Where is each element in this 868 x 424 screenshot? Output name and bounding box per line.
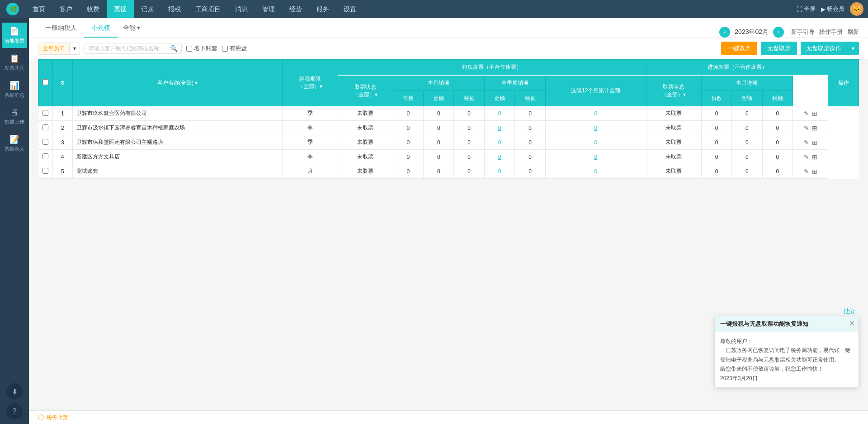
no-disk-ops-dropdown-btn[interactable]: ▾: [847, 42, 859, 55]
nav-manage[interactable]: 管理: [255, 0, 282, 18]
sidebar-item-invoice-entry[interactable]: 📝 票据录入: [2, 131, 27, 156]
row-view-icon[interactable]: ⊞: [812, 153, 817, 161]
notification-close-btn[interactable]: ✕: [849, 319, 855, 328]
tax-disk-checkbox-input[interactable]: [222, 46, 228, 52]
row-index: 3: [53, 135, 73, 150]
th-tax-period: 纳税期限（全部）▾: [283, 60, 338, 106]
avatar[interactable]: 🐱: [850, 2, 863, 16]
row-view-icon[interactable]: ⊞: [812, 124, 817, 132]
vip-btn[interactable]: ▶ 畅会员: [821, 5, 844, 13]
sidebar-item-scan-upload[interactable]: 🖨 扫描上传: [2, 104, 27, 129]
row-checkbox-1[interactable]: [42, 124, 48, 130]
th-settings[interactable]: ⚙: [53, 60, 73, 106]
tax-policy-link[interactable]: 税务政策: [47, 414, 68, 421]
row-checkbox-0[interactable]: [42, 110, 48, 116]
nav-settings[interactable]: 设置: [336, 0, 363, 18]
row-checkbox-4[interactable]: [42, 168, 48, 174]
select-all-checkbox[interactable]: [42, 79, 48, 85]
row-out-month-tax: 0: [454, 150, 484, 164]
row-out-month-tax: 0: [454, 121, 484, 135]
table-row: 2 卫辉市汲水镇下园湾睿睿育苗木种植家庭农场 季 未取票 0 0 0 0 0 0…: [38, 121, 859, 135]
row-out-month-tax: 0: [454, 164, 484, 179]
manual-btn[interactable]: 操作手册: [819, 28, 843, 36]
sidebar: 📄 智能取票 📋 发票开具 📊 票据汇总 🖨 扫描上传 📝 票据录入 ⬇ ?: [0, 18, 29, 424]
row-out-month-count: 0: [393, 164, 423, 179]
nav-bookkeeping[interactable]: 记账: [134, 0, 161, 18]
row-edit-icon[interactable]: ✎: [804, 153, 809, 161]
nav-home[interactable]: 首页: [25, 0, 52, 18]
nav-tax[interactable]: 报税: [161, 0, 188, 18]
row-edit-icon[interactable]: ✎: [804, 139, 809, 146]
row-out-month-amount: 0: [424, 106, 454, 121]
tax-disk-filter-checkbox[interactable]: 有税盘: [222, 44, 247, 52]
row-in-month-amount: 0: [732, 106, 762, 121]
tab-all[interactable]: 全能 ▾: [118, 18, 146, 38]
row-checkbox-2[interactable]: [42, 139, 48, 145]
tab-general-taxpayer[interactable]: 一般纳税人: [38, 18, 84, 38]
row-view-icon[interactable]: ⊞: [812, 168, 817, 175]
sidebar-help-btn[interactable]: ?: [6, 403, 23, 419]
row-view-icon[interactable]: ⊞: [812, 110, 817, 117]
th-sales-month-amount: 金额: [424, 91, 454, 106]
search-box: 🔍: [85, 43, 182, 54]
row-check[interactable]: [38, 150, 53, 164]
fullscreen-icon: ⛶: [797, 6, 802, 13]
employee-filter[interactable]: 全部员工 ▾: [38, 43, 80, 55]
row-check[interactable]: [38, 121, 53, 135]
th-sales-month-count: 份数: [393, 91, 423, 106]
table-row: 1 卫辉市玖玖健合医药有限公司 季 未取票 0 0 0 0 0 0 未取票 0 …: [38, 106, 859, 121]
account-filter-checkbox[interactable]: 名下账套: [186, 44, 217, 52]
row-in-month-tax: 0: [762, 150, 793, 164]
row-edit-icon[interactable]: ✎: [804, 110, 809, 117]
row-out-month-count: 0: [393, 121, 423, 135]
row-index: 2: [53, 121, 73, 135]
nav-service[interactable]: 服务: [309, 0, 336, 18]
row-actions: ✎ ⊞: [793, 135, 828, 150]
row-out-month-tax: 0: [454, 135, 484, 150]
row-check[interactable]: [38, 106, 53, 121]
new-guide-btn[interactable]: 新手引导: [791, 28, 815, 36]
fullscreen-btn[interactable]: ⛶ 全屏: [797, 5, 816, 13]
date-prev-btn[interactable]: ‹: [719, 27, 730, 38]
row-check[interactable]: [38, 135, 53, 150]
toolbar: 全部员工 ▾ 🔍 名下账套 有税盘 一键取票 无盘取票 无: [29, 38, 868, 59]
account-checkbox-input[interactable]: [186, 46, 192, 52]
th-operation: 操作: [828, 60, 859, 106]
top-nav: 🌿 首页 客户 收费 票据 记账 报税 工商项目 消息 管理 经营 服务 设置 …: [0, 0, 868, 18]
th-sales-month-tax: 税额: [454, 91, 484, 106]
one-key-fetch-btn[interactable]: 一键取票: [721, 42, 757, 55]
bottom-bar: ⓘ 税务政策: [29, 410, 868, 424]
row-checkbox-3[interactable]: [42, 153, 48, 159]
nav-business[interactable]: 工商项目: [188, 0, 228, 18]
nav-message[interactable]: 消息: [228, 0, 255, 18]
no-disk-fetch-btn[interactable]: 无盘取票: [761, 42, 797, 55]
row-actions: ✎ ⊞: [793, 106, 828, 121]
row-out-month-amount: 0: [424, 135, 454, 150]
sidebar-download-btn[interactable]: ⬇: [6, 383, 23, 400]
search-input[interactable]: [89, 45, 170, 52]
table-row: 3 卫辉市保和堂医药有限公司主幡路店 季 未取票 0 0 0 0 0 0 未取票…: [38, 135, 859, 150]
row-out-quarter-amount: 0: [484, 135, 514, 150]
row-out-month-amount: 0: [424, 150, 454, 164]
row-edit-icon[interactable]: ✎: [804, 124, 809, 132]
date-next-btn[interactable]: ›: [773, 27, 784, 38]
row-edit-icon[interactable]: ✎: [804, 168, 809, 175]
tab-small-scale[interactable]: 小规模: [84, 18, 118, 38]
row-period: 季: [283, 121, 338, 135]
filter-dropdown[interactable]: ▾: [70, 43, 80, 53]
sidebar-item-smart-fetch[interactable]: 📄 智能取票: [2, 23, 27, 48]
invoice-summary-icon: 📊: [9, 81, 19, 91]
row-check[interactable]: [38, 164, 53, 179]
sidebar-item-invoice-summary[interactable]: 📊 票据汇总: [2, 77, 27, 102]
nav-fee[interactable]: 收费: [80, 0, 107, 18]
nav-client[interactable]: 客户: [52, 0, 80, 18]
row-out-12m: 0: [545, 121, 646, 135]
row-view-icon[interactable]: ⊞: [812, 139, 817, 146]
row-out-status: 未取票: [338, 135, 393, 150]
search-button[interactable]: 🔍: [170, 45, 178, 52]
nav-operation[interactable]: 经营: [282, 0, 309, 18]
nav-invoice[interactable]: 票据: [107, 0, 134, 18]
refresh-btn[interactable]: 刷新: [847, 28, 859, 36]
sidebar-item-invoice-open[interactable]: 📋 发票开具: [2, 50, 27, 75]
row-out-quarter-amount: 0: [484, 150, 514, 164]
